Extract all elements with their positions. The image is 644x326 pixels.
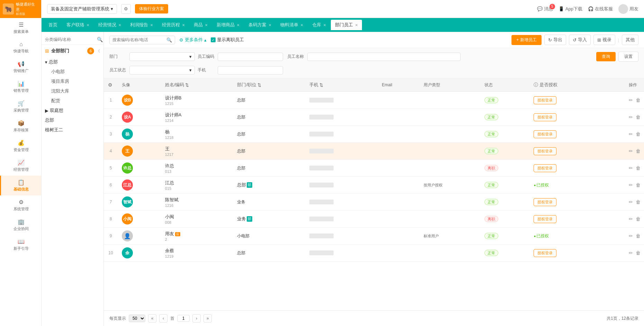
view-button[interactable]: ⊞ 视录 (593, 35, 615, 45)
add-employee-button[interactable]: + 新增员工 (511, 35, 541, 45)
tab-close-business[interactable]: ✕ (118, 23, 121, 27)
emp-name-input[interactable] (307, 53, 461, 61)
set-button[interactable]: 设置 (618, 52, 638, 62)
edit-icon[interactable]: ✏ (629, 216, 633, 222)
other-button[interactable]: 其他 (622, 35, 638, 45)
th-config[interactable]: ⚙ (104, 78, 118, 92)
auth-button[interactable]: 授权登录 (534, 249, 556, 257)
tab-close-customer[interactable]: ✕ (87, 23, 89, 27)
edit-icon[interactable]: ✏ (629, 148, 633, 154)
edit-icon[interactable]: ✏ (629, 250, 633, 256)
delete-icon[interactable]: 🗑 (636, 199, 641, 205)
tab-material[interactable]: 物料清单 ✕ (276, 20, 307, 30)
delete-icon[interactable]: 🗑 (636, 233, 641, 239)
system-selector[interactable]: 装备及固定资产辅助管理系统 ▾ (47, 4, 117, 14)
sidebar-item-sales[interactable]: 📊 销售管理 (0, 77, 41, 97)
auth-button[interactable]: 授权登录 (534, 147, 556, 155)
delete-icon[interactable]: 🗑 (636, 97, 641, 103)
auth-button[interactable]: 授权登录 (534, 113, 556, 121)
delete-icon[interactable]: 🗑 (636, 216, 641, 222)
config-icon[interactable]: ⚙ (108, 82, 112, 88)
dept-all-label[interactable]: 全部部门 (51, 48, 85, 54)
tab-close-material[interactable]: ✕ (300, 23, 303, 27)
dept-node-shenyang[interactable]: 沈阳大库 (42, 86, 103, 96)
edit-icon[interactable]: ✏ (629, 182, 633, 188)
export-button[interactable]: ↻ 导出 (544, 35, 566, 45)
show-resigned-toggle[interactable]: ✓ 显示离职员工 (211, 37, 244, 43)
employee-search-input[interactable] (112, 37, 164, 42)
auth-button[interactable]: 授权登录 (534, 130, 556, 138)
th-name[interactable]: 姓名/编码 ⇅ (161, 78, 233, 92)
tab-close-new-goods[interactable]: ✕ (237, 23, 239, 27)
sidebar-item-search[interactable]: ☰ 搜索菜单 (0, 18, 41, 38)
dept-sort[interactable]: 部门/职位 ⇅ (237, 82, 301, 88)
tab-close-warehouse[interactable]: ✕ (323, 23, 326, 27)
sidebar-item-operations[interactable]: 📈 经营管理 (0, 156, 41, 176)
prev-page-button[interactable]: ‹ (159, 314, 167, 323)
last-page-button[interactable]: » (203, 314, 212, 323)
tab-close-goods[interactable]: ✕ (205, 23, 208, 27)
edit-icon[interactable]: ✏ (629, 131, 633, 137)
name-sort[interactable]: 姓名/编码 ⇅ (165, 82, 229, 88)
sidebar-item-purchase[interactable]: 🛒 采购管理 (0, 97, 41, 116)
tab-close-process[interactable]: ✕ (182, 23, 185, 27)
dept-filter-select[interactable]: ▾ (129, 52, 195, 61)
show-resigned-checkbox[interactable]: ✓ (211, 37, 216, 42)
trial-button[interactable]: 体验行业方案 (135, 4, 168, 14)
tab-close-profit[interactable]: ✕ (150, 23, 153, 27)
dept-search-input[interactable] (45, 37, 97, 42)
user-menu[interactable]: 用友 (618, 4, 638, 14)
dept-node-dual-dream[interactable]: ▶ 双庭想 (42, 106, 103, 115)
tab-home[interactable]: 首页 (44, 20, 62, 30)
phone-input[interactable] (218, 66, 283, 74)
sidebar-item-finance[interactable]: 💰 资金管理 (0, 136, 41, 156)
tab-profit[interactable]: 利润报告 ✕ (126, 20, 157, 30)
app-download-button[interactable]: 📱 App下载 (559, 6, 582, 12)
tab-close-barcode[interactable]: ✕ (269, 23, 271, 27)
sidebar-item-system[interactable]: ⚙ 系统管理 (0, 195, 41, 215)
dept-node-project[interactable]: 项目库房 (42, 77, 103, 86)
message-button[interactable]: 💬 消息 5 (537, 6, 553, 12)
dept-node-head[interactable]: ▾ 总部 (42, 57, 103, 67)
delete-icon[interactable]: 🗑 (636, 131, 641, 137)
delete-icon[interactable]: 🗑 (636, 182, 641, 188)
settings-button[interactable]: ⚙ (121, 4, 131, 14)
dept-node-distribution[interactable]: 配货 (42, 96, 103, 106)
first-page-button[interactable]: « (148, 314, 156, 323)
auth-button[interactable]: 授权登录 (534, 215, 556, 223)
delete-icon[interactable]: 🗑 (636, 250, 641, 256)
edit-icon[interactable]: ✏ (629, 114, 633, 120)
edit-icon[interactable]: ✏ (629, 97, 633, 103)
th-phone[interactable]: 手机 ⇅ (305, 78, 378, 92)
auth-button[interactable]: 授权登录 (534, 198, 556, 206)
query-button[interactable]: 查询 (596, 52, 616, 61)
more-conditions-button[interactable]: ⚙ 更多条件 ▴ (179, 37, 207, 43)
tab-warehouse[interactable]: 仓库 ✕ (308, 20, 330, 30)
auth-button[interactable]: 授权登录 (534, 164, 556, 172)
page-input[interactable] (177, 315, 190, 322)
edit-icon[interactable]: ✏ (629, 233, 633, 239)
next-page-button[interactable]: › (192, 314, 201, 323)
sidebar-item-marketing[interactable]: 📢 营销推广 (0, 57, 41, 77)
sidebar-item-quick-nav[interactable]: ⌂ 快捷导航 (0, 38, 41, 57)
sidebar-item-inventory[interactable]: 📦 库存核算 (0, 116, 41, 136)
dept-collapse-icon[interactable]: 《 (96, 49, 100, 54)
dept-node-planting[interactable]: 植树王二 (42, 125, 103, 135)
delete-icon[interactable]: 🗑 (636, 148, 641, 154)
dept-node-xiao-dian[interactable]: 小电部 (42, 67, 103, 77)
tab-customer[interactable]: 客户联络 ✕ (62, 20, 93, 30)
emp-status-select[interactable]: ▾ (129, 66, 195, 74)
sidebar-item-guide[interactable]: 📖 新手引导 (0, 235, 41, 255)
tab-goods[interactable]: 商品 ✕ (190, 20, 212, 30)
delete-icon[interactable]: 🗑 (636, 114, 641, 120)
tab-department[interactable]: 部门员工 ✕ (331, 20, 362, 30)
per-page-select[interactable]: 50 (129, 315, 145, 322)
online-service-button[interactable]: 🎧 在线客服 (588, 6, 613, 12)
dept-node-head2[interactable]: 总部 (42, 115, 103, 125)
tab-new-goods[interactable]: 新增商品 ✕ (212, 20, 244, 30)
emp-code-input[interactable] (218, 53, 283, 61)
edit-icon[interactable]: ✏ (629, 199, 633, 205)
sidebar-item-enterprise[interactable]: 🏢 企业协同 (0, 215, 41, 235)
delete-icon[interactable]: 🗑 (636, 165, 641, 171)
th-dept[interactable]: 部门/职位 ⇅ (233, 78, 305, 92)
